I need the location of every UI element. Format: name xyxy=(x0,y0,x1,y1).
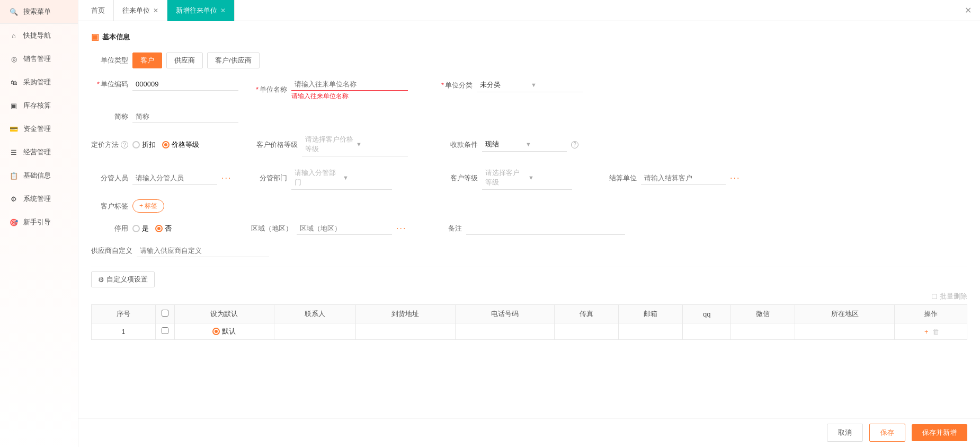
gear-icon: ⚙ xyxy=(98,276,104,284)
unit-code-input[interactable] xyxy=(132,78,238,91)
row-add-button[interactable]: + xyxy=(924,328,929,336)
col-phone: 电话号码 xyxy=(455,305,555,323)
row-default-radio-inner xyxy=(215,330,218,333)
table-select-all[interactable] xyxy=(162,310,168,317)
pricing-discount-label: 折扣 xyxy=(142,140,156,150)
payment-terms-select[interactable]: 现结 ▼ xyxy=(482,137,567,152)
sidebar-item-purchase[interactable]: 🛍 采购管理 xyxy=(0,71,78,94)
supplier-custom-row: 供应商自定义 xyxy=(91,244,967,257)
row-delete-button[interactable]: 🗑 xyxy=(932,328,939,336)
col-check xyxy=(155,305,174,323)
customer-price-level-label: 客户价格等级 xyxy=(250,140,298,150)
save-button[interactable]: 保存 xyxy=(869,424,905,442)
unit-type-customer-button[interactable]: 客户 xyxy=(132,52,162,68)
disabled-radio-group: 是 否 xyxy=(132,224,172,233)
pricing-level-radio-outer xyxy=(162,141,170,148)
row-default-radio[interactable]: 默认 xyxy=(180,327,269,336)
unit-category-select[interactable]: 未分类 ▼ xyxy=(477,78,583,92)
disabled-no-radio[interactable]: 否 xyxy=(155,224,172,233)
section-icon: ▣ xyxy=(91,32,99,42)
sidebar-item-quick-nav[interactable]: ⌂ 快捷导航 xyxy=(0,24,78,47)
sidebar-item-sales[interactable]: ◎ 销售管理 xyxy=(0,47,78,71)
sidebar-purchase-label: 采购管理 xyxy=(23,77,51,87)
region-dots-button[interactable]: ··· xyxy=(396,224,406,233)
tab-new-partner[interactable]: 新增往来单位 ✕ xyxy=(167,0,235,21)
disabled-label: 停用 xyxy=(91,224,128,233)
unit-code-field: *单位编码 xyxy=(91,78,250,91)
finance-icon: 💳 xyxy=(8,124,19,134)
row-contact xyxy=(274,323,355,340)
short-name-input[interactable] xyxy=(132,110,238,123)
form-content: ▣ 基本信息 单位类型 客户 供应商 客户/供应商 *单位编码 *单位名称 xyxy=(78,21,980,418)
sidebar-item-guide[interactable]: 🎯 新手引导 xyxy=(0,211,78,234)
disabled-yes-radio-outer xyxy=(132,225,140,232)
sidebar-item-operation[interactable]: ☰ 经营管理 xyxy=(0,141,78,164)
sidebar-item-system[interactable]: ⚙ 系统管理 xyxy=(0,187,78,211)
payment-terms-value: 现结 xyxy=(485,139,523,149)
manager-dots-button[interactable]: ··· xyxy=(221,173,231,183)
settlement-unit-dots-button[interactable]: ··· xyxy=(730,173,740,183)
disabled-yes-label: 是 xyxy=(142,224,149,233)
payment-terms-help-icon[interactable]: ? xyxy=(571,141,578,148)
remarks-input[interactable] xyxy=(466,222,625,235)
row-fax xyxy=(555,323,619,340)
contacts-table: 序号 设为默认 联系人 到货地址 电话号码 传真 邮箱 qq 微信 所在地区 操… xyxy=(91,304,967,340)
customer-price-level-select[interactable]: 请选择客户价格等级 ▼ xyxy=(302,133,408,156)
region-input[interactable] xyxy=(297,222,392,235)
disabled-yes-radio[interactable]: 是 xyxy=(132,224,149,233)
sidebar-item-inventory[interactable]: ▣ 库存核算 xyxy=(0,94,78,117)
close-all-tabs-button[interactable]: ✕ xyxy=(960,5,976,15)
pricing-level-radio-inner xyxy=(164,143,167,146)
tab-partner-close[interactable]: ✕ xyxy=(153,7,158,14)
customer-level-select[interactable]: 请选择客户等级 ▼ xyxy=(482,166,572,190)
custom-settings-button[interactable]: ⚙ 自定义项设置 xyxy=(91,271,155,287)
settlement-unit-input[interactable] xyxy=(641,172,726,185)
manager-input[interactable] xyxy=(132,172,217,185)
basic-icon: 📋 xyxy=(8,170,19,181)
payment-terms-label: 收款条件 xyxy=(441,140,478,150)
tab-partner[interactable]: 往来单位 ✕ xyxy=(114,0,167,21)
unit-type-field: 单位类型 客户 供应商 客户/供应商 xyxy=(91,52,967,68)
sidebar-basic-label: 基础信息 xyxy=(23,171,51,180)
payment-terms-arrow-icon: ▼ xyxy=(525,141,564,147)
col-region: 所在地区 xyxy=(795,305,895,323)
pricing-discount-radio-outer xyxy=(132,141,140,148)
customer-price-level-arrow-icon: ▼ xyxy=(356,141,405,147)
supplier-custom-field: 供应商自定义 xyxy=(91,244,967,257)
supplier-custom-input[interactable] xyxy=(137,244,269,257)
pricing-discount-radio[interactable]: 折扣 xyxy=(132,140,156,150)
unit-type-supplier-button[interactable]: 供应商 xyxy=(166,52,203,68)
sidebar-item-basic[interactable]: 📋 基础信息 xyxy=(0,164,78,187)
department-arrow-icon: ▼ xyxy=(343,174,389,181)
tab-new-partner-close[interactable]: ✕ xyxy=(220,7,226,14)
code-name-row: *单位编码 *单位名称 请输入往来单位名称 *单位分类 未分类 ▼ xyxy=(91,78,967,101)
department-select[interactable]: 请输入分管部门 ▼ xyxy=(291,166,392,190)
pricing-level-radio[interactable]: 价格等级 xyxy=(162,140,199,150)
batch-delete-icon: ☐ xyxy=(931,293,938,301)
row-qq xyxy=(683,323,731,340)
cancel-button[interactable]: 取消 xyxy=(827,424,863,442)
purchase-icon: 🛍 xyxy=(8,77,19,87)
form-divider xyxy=(91,267,967,267)
sidebar-item-search[interactable]: 🔍 搜索菜单 xyxy=(0,0,78,24)
tab-partner-label: 往来单位 xyxy=(122,6,150,15)
row-region xyxy=(795,323,895,340)
manager-field: 分管人员 ··· xyxy=(91,172,250,185)
row-checkbox[interactable] xyxy=(162,327,168,334)
batch-delete-label[interactable]: 批量删除 xyxy=(940,292,967,301)
home-icon: ⌂ xyxy=(8,30,19,41)
pricing-method-help-icon[interactable]: ? xyxy=(121,141,128,148)
disabled-row: 停用 是 否 区域（地区） ··· xyxy=(91,222,967,235)
disabled-field: 停用 是 否 xyxy=(91,224,250,233)
customer-price-level-field: 客户价格等级 请选择客户价格等级 ▼ xyxy=(250,133,441,156)
sidebar-item-finance[interactable]: 💳 资金管理 xyxy=(0,117,78,141)
col-seq: 序号 xyxy=(92,305,156,323)
pricing-row: 定价方法 ? 折扣 价格等级 客户价格 xyxy=(91,133,967,156)
unit-name-input[interactable] xyxy=(291,78,408,91)
unit-type-both-button[interactable]: 客户/供应商 xyxy=(207,52,260,68)
add-tag-button[interactable]: + 标签 xyxy=(132,199,164,213)
sidebar-inventory-label: 库存核算 xyxy=(23,101,51,110)
tab-home[interactable]: 首页 xyxy=(83,0,114,21)
save-and-new-button[interactable]: 保存并新增 xyxy=(912,424,967,441)
operation-icon: ☰ xyxy=(8,147,19,157)
